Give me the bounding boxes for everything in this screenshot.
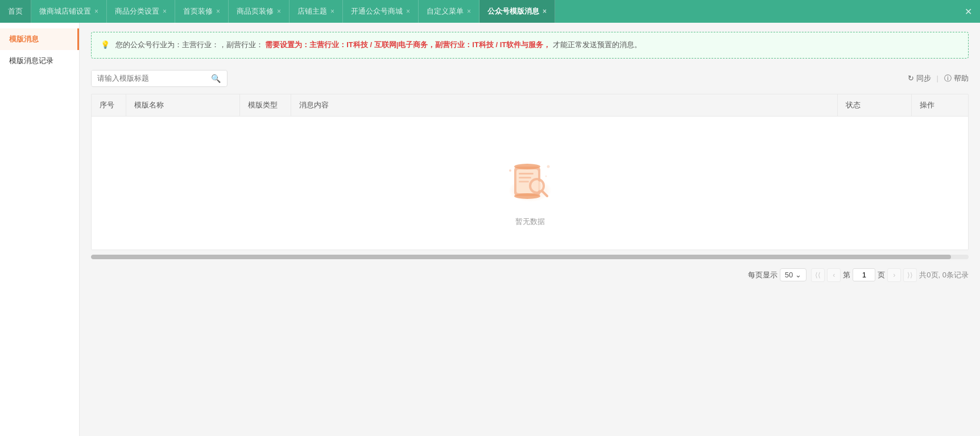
page-size-dropdown[interactable]: 50 ⌄ <box>780 268 807 281</box>
tab-template-msg[interactable]: 公众号模版消息 × <box>479 0 555 23</box>
page-label-after: 页 <box>878 270 885 280</box>
page-size-select: 每页显示 50 ⌄ <box>748 268 807 281</box>
page-navigation: ⟨⟨ ‹ 第 页 › ⟩⟩ 共0页, 0条记录 <box>811 268 969 282</box>
chevron-down-icon: ⌄ <box>795 271 801 279</box>
page-size-label: 每页显示 <box>748 270 778 280</box>
sync-button[interactable]: ↻ 同步 <box>908 73 931 84</box>
sidebar-item-template-msg[interactable]: 模版消息 <box>0 28 79 50</box>
help-label: 帮助 <box>954 73 969 84</box>
tab-label: 商品页装修 <box>237 6 274 16</box>
divider: | <box>937 74 938 82</box>
page-input[interactable] <box>853 268 875 281</box>
first-page-button[interactable]: ⟨⟨ <box>811 268 825 282</box>
window-close-button[interactable]: ✕ <box>957 6 980 17</box>
tab-open-mall[interactable]: 开通公众号商城 × <box>343 0 419 23</box>
close-icon[interactable]: × <box>163 7 167 15</box>
tab-home[interactable]: 首页 <box>0 0 31 23</box>
tab-shop-theme[interactable]: 店铺主题 × <box>290 0 343 23</box>
total-text: 共0页, 0条记录 <box>919 270 969 280</box>
tab-label: 开通公众号商城 <box>351 6 403 16</box>
col-content: 消息内容 <box>291 94 837 117</box>
notice-box: 💡 您的公众号行业为：主营行业：，副营行业： 需要设置为：主营行业：IT科技 /… <box>91 32 969 59</box>
svg-point-7 <box>514 193 540 199</box>
help-button[interactable]: ⓘ 帮助 <box>944 73 969 84</box>
svg-point-9 <box>532 181 542 191</box>
notice-highlight: 需要设置为：主营行业：IT科技 / 互联网|电子商务，副营行业：IT科技 / I… <box>265 40 551 49</box>
tab-label: 公众号模版消息 <box>487 6 539 16</box>
tab-product-decor[interactable]: 商品页装修 × <box>229 0 290 23</box>
close-icon[interactable]: × <box>406 7 410 15</box>
sidebar-item-label: 模版消息 <box>9 35 39 43</box>
notice-suffix: 才能正常发送预置的消息。 <box>553 40 642 49</box>
svg-point-12 <box>547 165 549 168</box>
close-icon[interactable]: × <box>330 7 334 15</box>
pagination: 每页显示 50 ⌄ ⟨⟨ ‹ 第 页 › ⟩⟩ 共0页, 0条记录 <box>91 264 969 286</box>
page-size-value: 50 <box>785 271 793 279</box>
svg-point-11 <box>509 169 511 172</box>
search-bar: 🔍 ↻ 同步 | ⓘ 帮助 <box>91 70 969 87</box>
table-header-row: 序号 模版名称 模版类型 消息内容 状态 操作 <box>92 94 968 117</box>
help-icon: ⓘ <box>944 73 952 84</box>
last-page-button[interactable]: ⟩⟩ <box>903 268 917 282</box>
data-table: 序号 模版名称 模版类型 消息内容 状态 操作 <box>92 94 968 250</box>
main-layout: 模版消息 模版消息记录 💡 您的公众号行业为：主营行业：，副营行业： 需要设置为… <box>0 23 980 436</box>
content-area: 💡 您的公众号行业为：主营行业：，副营行业： 需要设置为：主营行业：IT科技 /… <box>80 23 980 436</box>
search-icon: 🔍 <box>211 74 221 83</box>
close-icon[interactable]: × <box>277 7 281 15</box>
table-empty-row: 暂无数据 <box>92 116 968 250</box>
table-wrapper: 序号 模版名称 模版类型 消息内容 状态 操作 <box>91 94 969 250</box>
close-icon[interactable]: × <box>543 7 547 15</box>
col-seq: 序号 <box>92 94 126 117</box>
col-name: 模版名称 <box>126 94 239 117</box>
svg-point-13 <box>545 175 547 177</box>
next-page-button[interactable]: › <box>887 268 901 282</box>
table-scrollbar[interactable] <box>91 255 969 259</box>
sync-icon: ↻ <box>908 74 914 82</box>
scrollbar-thumb <box>91 255 951 259</box>
empty-illustration <box>502 151 559 207</box>
tab-product-category[interactable]: 商品分类设置 × <box>107 0 175 23</box>
tab-label: 商品分类设置 <box>115 6 159 16</box>
empty-state: 暂无数据 <box>92 117 968 250</box>
svg-rect-3 <box>519 173 534 175</box>
search-input[interactable] <box>92 70 205 86</box>
sync-label: 同步 <box>916 73 931 84</box>
notice-prefix: 您的公众号行业为：主营行业：，副营行业： <box>115 40 263 49</box>
svg-point-6 <box>514 164 540 169</box>
col-type: 模版类型 <box>239 94 291 117</box>
search-input-wrap: 🔍 <box>91 70 228 87</box>
tab-custom-menu[interactable]: 自定义菜单 × <box>419 0 479 23</box>
empty-text: 暂无数据 <box>515 217 545 227</box>
sidebar-item-template-record[interactable]: 模版消息记录 <box>0 50 79 72</box>
svg-rect-4 <box>519 177 531 178</box>
tab-wechat-shop[interactable]: 微商城店铺设置 × <box>31 0 107 23</box>
close-icon[interactable]: × <box>467 7 471 15</box>
search-button[interactable]: 🔍 <box>205 70 226 86</box>
svg-rect-5 <box>519 181 529 182</box>
tab-home-decor[interactable]: 首页装修 × <box>175 0 229 23</box>
tab-label: 微商城店铺设置 <box>39 6 91 16</box>
page-label-before: 第 <box>843 270 850 280</box>
tab-label: 店铺主题 <box>297 6 327 16</box>
col-action: 操作 <box>911 94 968 117</box>
sidebar-item-label: 模版消息记录 <box>9 56 53 65</box>
close-icon[interactable]: × <box>216 7 220 15</box>
notice-icon: 💡 <box>101 40 110 49</box>
sidebar: 模版消息 模版消息记录 <box>0 23 80 436</box>
tab-label: 首页 <box>8 6 23 16</box>
col-status: 状态 <box>837 94 911 117</box>
tab-bar: 首页 微商城店铺设置 × 商品分类设置 × 首页装修 × 商品页装修 × 店铺主… <box>0 0 980 23</box>
prev-page-button[interactable]: ‹ <box>827 268 841 282</box>
tab-label: 首页装修 <box>183 6 213 16</box>
search-actions: ↻ 同步 | ⓘ 帮助 <box>908 73 969 84</box>
close-icon[interactable]: × <box>94 7 98 15</box>
tab-label: 自定义菜单 <box>427 6 464 16</box>
